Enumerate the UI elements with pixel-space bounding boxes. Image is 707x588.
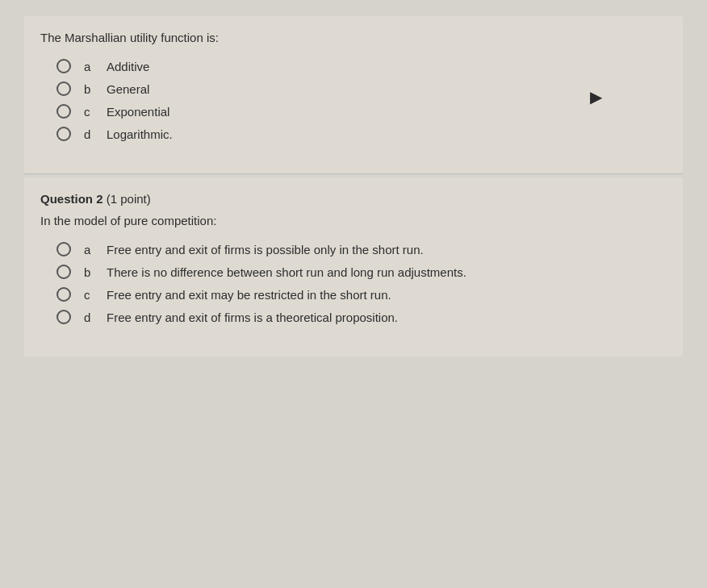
question-1-block: ▶ The Marshallian utility function is: a… [24,16,683,174]
option-letter-c: c [84,105,94,119]
option-text-q2-d: Free entry and exit of firms is a theore… [107,311,398,324]
radio-q1-a[interactable] [56,59,71,73]
option-text-d: Logarithmic. [107,127,173,141]
option-text-b: General [107,82,149,96]
option-text-q2-b: There is no difference between short run… [107,265,466,279]
radio-q2-a[interactable] [56,242,71,256]
radio-q2-c[interactable] [56,287,71,302]
list-item: c Free entry and exit may be restricted … [56,287,667,302]
question-1-options: a Additive b General c Exponential d Log… [56,59,667,141]
question-2-label: Question 2 [40,192,103,206]
option-letter-q2-b: b [84,265,94,279]
option-letter-q2-c: c [84,288,94,302]
list-item: c Exponential [56,104,667,119]
list-item: a Additive [56,59,667,73]
radio-q2-d[interactable] [56,310,71,324]
list-item: b General [56,81,667,96]
option-letter-a: a [84,60,94,73]
question-2-block: Question 2 (1 point) In the model of pur… [24,177,683,357]
option-letter-q2-d: d [84,311,94,324]
list-item: d Logarithmic. [56,127,667,141]
question-1-title: The Marshallian utility function is: [40,31,667,44]
question-2-header: Question 2 (1 point) [40,192,667,206]
option-text-c: Exponential [107,105,169,119]
option-text-a: Additive [107,60,149,73]
radio-q2-b[interactable] [56,265,71,279]
question-2-options: a Free entry and exit of firms is possib… [56,242,667,324]
option-letter-d: d [84,127,94,141]
radio-q1-c[interactable] [56,104,71,119]
radio-q1-b[interactable] [56,81,71,96]
option-letter-q2-a: a [84,243,94,256]
option-text-q2-c: Free entry and exit may be restricted in… [107,288,391,302]
option-text-q2-a: Free entry and exit of firms is possible… [107,243,424,256]
list-item: d Free entry and exit of firms is a theo… [56,310,667,324]
radio-q1-d[interactable] [56,127,71,141]
question-2-title: In the model of pure competition: [40,214,667,227]
question-2-points: (1 point) [107,192,151,206]
option-letter-b: b [84,82,94,96]
list-item: b There is no difference between short r… [56,265,667,279]
list-item: a Free entry and exit of firms is possib… [56,242,667,256]
